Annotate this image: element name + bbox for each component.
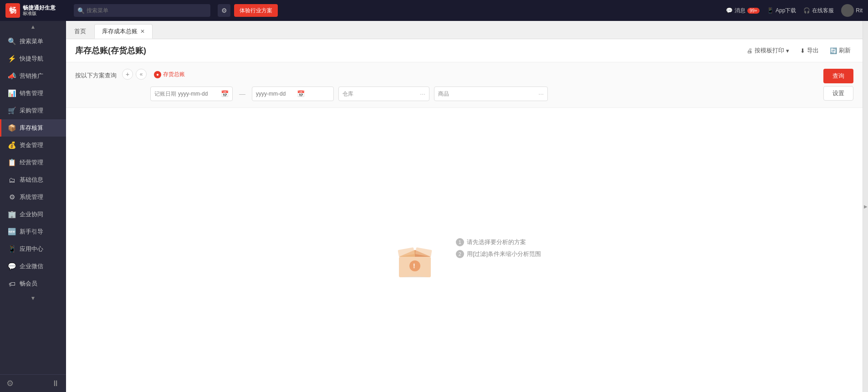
sidebar-item-operation[interactable]: 📋 经营管理 — [0, 154, 66, 171]
tip-text-1: 请先选择要分析的方案 — [467, 238, 526, 246]
top-bar-actions: ⚙ 体验行业方案 — [218, 4, 278, 17]
warehouse-filter[interactable]: 仓库 ··· — [338, 87, 429, 101]
page-content: 库存总账(存货总账) 🖨 按模板打印 ▾ ⬇ 导出 🔄 刷新 — [66, 39, 863, 392]
sidebar-label-shortcut: 快捷导航 — [20, 55, 43, 63]
page-header-actions: 🖨 按模板打印 ▾ ⬇ 导出 🔄 刷新 — [744, 45, 853, 56]
sidebar-item-member[interactable]: 🏷 畅会员 — [0, 275, 66, 292]
sidebar-label-search: 搜索菜单 — [20, 37, 43, 46]
sidebar-label-capital: 资金管理 — [20, 141, 43, 149]
date-end-field[interactable]: 📅 — [252, 87, 334, 101]
sidebar-item-inventory[interactable]: 📦 库存核算 — [0, 119, 66, 137]
basic-icon: 🗂 — [8, 176, 16, 184]
sidebar-bottom: ⚙ ⏸ — [0, 374, 66, 392]
goods-more-icon: ··· — [538, 90, 544, 97]
collapse-sidebar-icon[interactable]: ⏸ — [51, 379, 60, 388]
messages-btn[interactable]: 💬 消息 99+ — [726, 7, 760, 15]
refresh-btn[interactable]: 🔄 刷新 — [827, 45, 853, 56]
date-start-field[interactable]: 记账日期 📅 — [150, 87, 233, 101]
user-profile[interactable]: Rit — [841, 4, 863, 17]
query-btn[interactable]: 查询 — [823, 69, 853, 83]
add-filter-btn[interactable]: + — [122, 69, 133, 80]
print-btn[interactable]: 🖨 按模板打印 ▾ — [744, 45, 792, 56]
sidebar-scroll-down[interactable]: ▼ — [0, 292, 66, 304]
app-name: 畅捷通好生意 — [23, 5, 56, 11]
search-icon: 🔍 — [77, 7, 85, 14]
filter-area: 按以下方案查询 + « ● 存货总账 — [66, 62, 863, 108]
sidebar-item-basic[interactable]: 🗂 基础信息 — [0, 171, 66, 188]
search-bar[interactable]: 🔍 — [74, 4, 210, 17]
collapse-filter-btn[interactable]: « — [136, 69, 147, 80]
sidebar-scroll-up[interactable]: ▲ — [0, 21, 66, 33]
member-icon: 🏷 — [8, 280, 16, 288]
messages-badge: 99+ — [747, 8, 760, 14]
warehouse-label: 仓库 — [342, 90, 353, 98]
marketing-icon: 📣 — [8, 72, 16, 80]
filter-controls: ● 存货总账 记账日期 📅 — — [150, 69, 818, 101]
sidebar-item-newguide[interactable]: 🆕 新手引导 — [0, 223, 66, 240]
date-start-input[interactable] — [178, 91, 219, 97]
sidebar-item-wechat[interactable]: 💬 企业微信 — [0, 258, 66, 275]
operation-icon: 📋 — [8, 158, 16, 167]
calendar-end-icon[interactable]: 📅 — [297, 90, 305, 97]
sidebar-item-apps[interactable]: 📱 应用中心 — [0, 240, 66, 258]
svg-text:!: ! — [413, 262, 415, 270]
sidebar-item-system[interactable]: ⚙ 系统管理 — [0, 188, 66, 206]
tab-home[interactable]: 首页 — [67, 24, 93, 39]
print-dropdown-icon: ▾ — [786, 47, 789, 54]
tip-text-2: 用[过滤]条件来缩小分析范围 — [467, 250, 541, 258]
inventory-ledger-tab-label: 库存成本总账 — [102, 27, 138, 36]
sidebar-item-enterprise[interactable]: 🏢 企业协同 — [0, 206, 66, 223]
page-title: 库存总账(存货总账) — [75, 45, 146, 56]
sidebar-item-capital[interactable]: 💰 资金管理 — [0, 137, 66, 154]
scheme-row: ● 存货总账 — [150, 69, 818, 82]
sidebar-item-marketing[interactable]: 📣 营销推广 — [0, 67, 66, 85]
export-icon: ⬇ — [800, 47, 805, 54]
settings-btn[interactable]: 设置 — [823, 86, 853, 101]
tab-inventory-ledger[interactable]: 库存成本总账 ✕ — [94, 24, 153, 39]
warehouse-more-icon: ··· — [420, 90, 425, 97]
right-collapse-icon: ▶ — [863, 204, 868, 209]
sidebar-label-purchase: 采购管理 — [20, 107, 43, 115]
settings-icon-btn[interactable]: ⚙ — [218, 4, 230, 17]
date-separator: — — [237, 90, 247, 97]
scheme-label: 存货总账 — [163, 71, 185, 78]
tab-close-icon[interactable]: ✕ — [140, 28, 145, 35]
home-tab-label: 首页 — [74, 27, 86, 36]
industry-btn[interactable]: 体验行业方案 — [234, 4, 278, 17]
filter-label: 按以下方案查询 — [75, 69, 117, 80]
filter-row: 记账日期 📅 — 📅 仓库 ··· — [150, 87, 818, 101]
sidebar-item-search[interactable]: 🔍 搜索菜单 — [0, 33, 66, 50]
sidebar-label-sales: 销售管理 — [20, 89, 43, 97]
date-end-input[interactable] — [256, 91, 297, 97]
settings-bottom-icon[interactable]: ⚙ — [6, 378, 14, 388]
sidebar-label-basic: 基础信息 — [20, 176, 43, 184]
app-download-btn[interactable]: 📱 App下载 — [767, 7, 796, 15]
sidebar-item-shortcut[interactable]: ⚡ 快捷导航 — [0, 50, 66, 67]
goods-filter[interactable]: 商品 ··· — [434, 87, 548, 101]
sidebar-label-system: 系统管理 — [20, 193, 43, 201]
sidebar-item-purchase[interactable]: 🛒 采购管理 — [0, 102, 66, 119]
calendar-start-icon[interactable]: 📅 — [221, 90, 229, 97]
enterprise-icon: 🏢 — [8, 210, 16, 219]
sidebar-item-sales[interactable]: 📊 销售管理 — [0, 85, 66, 102]
avatar — [841, 4, 854, 17]
top-bar-right: 💬 消息 99+ 📱 App下载 🎧 在线客服 Rit — [726, 4, 863, 17]
system-icon: ⚙ — [8, 193, 16, 201]
scheme-item[interactable]: ● 存货总账 — [150, 69, 189, 80]
wechat-icon: 💬 — [8, 262, 16, 270]
download-icon: 📱 — [767, 7, 774, 14]
tip-num-2: 2 — [456, 250, 464, 258]
right-collapse-btn[interactable]: ▶ — [863, 21, 868, 392]
newguide-icon: 🆕 — [8, 228, 16, 236]
sidebar-label-apps: 应用中心 — [20, 245, 43, 253]
search-input[interactable] — [87, 7, 207, 14]
tab-bar: 首页 库存成本总账 ✕ — [66, 21, 863, 39]
apps-icon: 📱 — [8, 245, 16, 253]
logo-icon: 畅 — [5, 3, 20, 18]
messages-label: 消息 — [735, 7, 745, 15]
online-service-btn[interactable]: 🎧 在线客服 — [803, 7, 834, 15]
sales-icon: 📊 — [8, 89, 16, 97]
date-label: 记账日期 — [154, 90, 176, 98]
export-btn[interactable]: ⬇ 导出 — [797, 45, 822, 56]
main-layout: ▲ 🔍 搜索菜单 ⚡ 快捷导航 📣 营销推广 📊 销售管理 🛒 采购管理 📦 库… — [0, 21, 868, 392]
